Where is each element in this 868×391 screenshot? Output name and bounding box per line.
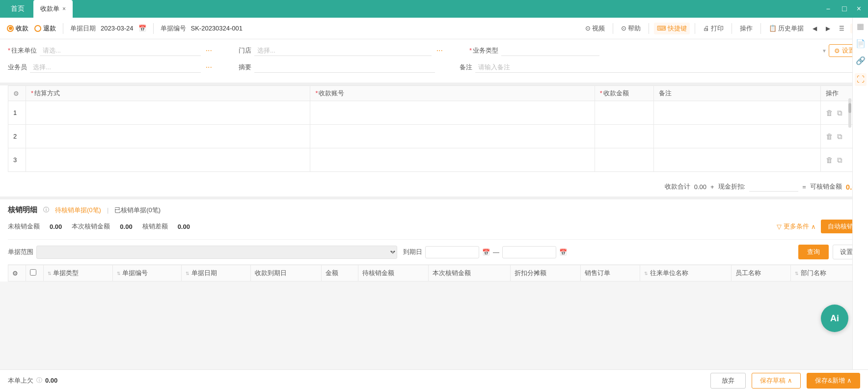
row3-remark[interactable] [653,148,820,172]
shop-more-btn[interactable]: ··· [434,46,445,55]
shortcut-btn[interactable]: ⌨ 快捷键 [654,23,690,34]
summary-input[interactable] [254,62,435,73]
ai-float-btn[interactable]: Ai [821,305,848,332]
row1-account[interactable] [310,101,595,125]
gear-icon: ⚙ [12,270,18,277]
receipt-table: ⚙ *结算方式 *收款账号 *收款金额 备注 操作 1 [8,85,860,172]
next-icon[interactable]: ▶ [823,24,833,33]
counterpart-more-btn[interactable]: ··· [204,46,214,55]
row2-copy-icon[interactable]: ⧉ [837,132,842,141]
radio-return[interactable]: 退款 [34,24,56,33]
date-separator: — [493,249,499,256]
date-icon-to[interactable]: 📅 [559,249,567,256]
help-btn[interactable]: ⊙ 帮助 [618,23,644,34]
row1-delete-icon[interactable]: 🗑 [826,109,833,117]
shop-label: 门店 [239,46,251,55]
due-date-to[interactable]: 2022-04-12 [502,246,556,258]
video-btn[interactable]: ⊙ 视频 [582,23,608,34]
sort-icon4: ⇅ [644,271,648,276]
bill-range-select[interactable] [36,246,397,259]
scroll-thumb[interactable] [848,103,851,113]
filter-actions: 查询 设置 [798,245,860,259]
biz-type-input[interactable]: 预收款 [501,45,599,56]
tab-close-icon[interactable]: × [62,5,66,12]
shop-input[interactable] [254,45,432,56]
save-new-arrow[interactable]: ∧ [847,377,852,384]
table-row: 3 🗑 ⧉ [8,148,860,172]
tab-receipt[interactable]: 收款单 × [33,0,73,18]
row1-amount[interactable] [595,101,653,125]
plus-sign: + [710,183,714,191]
maximize-btn[interactable]: □ [839,4,850,13]
row2-settle[interactable] [26,125,310,148]
diff-label: 核销差额 [142,222,168,231]
col-settle: *结算方式 [26,86,310,101]
btcol-bill-no: ⇅ 单据编号 [112,265,182,281]
row2-account[interactable] [310,125,595,148]
tab-home[interactable]: 首页 [4,0,31,18]
radio-receive[interactable]: 收款 [7,24,28,33]
row1-remark[interactable] [653,101,820,125]
this-bill-icon[interactable]: ⓘ [36,376,42,385]
table-gear-icon[interactable]: ⚙ [13,90,19,97]
scroll-indicator[interactable] [848,98,851,128]
save-draft-btn[interactable]: 保存草稿 ∧ [752,373,801,389]
list-icon[interactable]: ☰ [836,24,847,33]
row2-delete-icon[interactable]: 🗑 [826,132,833,140]
help-icon: ⊙ [621,25,626,32]
row3-settle[interactable] [26,148,310,172]
more-conditions-btn[interactable]: ▽ 更多条件 ∧ [777,222,816,231]
close-btn[interactable]: × [854,4,864,13]
footer-right: 放弃 保存草稿 ∧ 保存&新增 ∧ [710,373,860,389]
abandon-btn[interactable]: 放弃 [710,373,746,389]
reconcile-info-icon[interactable]: ⓘ [43,206,49,214]
remark-input[interactable] [475,62,860,73]
save-draft-arrow[interactable]: ∧ [787,377,792,384]
calendar-icon[interactable]: 📅 [138,25,146,32]
sidebar-expand-icon[interactable]: ⛶ [855,73,867,86]
btcol-due-date: 收款到期日 [251,265,322,281]
save-new-btn[interactable]: 保存&新增 ∧ [807,373,860,389]
staff-more-btn[interactable]: ··· [204,63,214,72]
tab-separator: | [107,206,108,214]
history-btn[interactable]: 📋 历史单据 [766,23,807,34]
done-tab[interactable]: 已核销单据(0笔) [114,206,161,215]
row3-amount[interactable] [595,148,653,172]
staff-input[interactable] [30,62,201,73]
pending-tab[interactable]: 待核销单据(0笔) [55,206,101,215]
biz-type-select-wrapper: 预收款 ▼ [501,45,829,56]
ops-btn[interactable]: 操作 [737,23,756,34]
btcol-discount: 折扣分摊额 [510,265,581,281]
counterpart-input[interactable] [40,45,201,56]
query-btn[interactable]: 查询 [798,245,829,259]
minimize-btn[interactable]: － [821,4,835,14]
sidebar-table-icon[interactable]: ▦ [857,22,864,31]
select-all-checkbox[interactable] [30,269,36,276]
btcol-bill-type: ⇅ 单据类型 [44,265,113,281]
discount-input[interactable] [749,182,798,192]
print-btn[interactable]: 🖨 打印 [700,23,727,34]
biz-type-field: *业务类型 预收款 ▼ [469,45,829,56]
table-gear-col: ⚙ [8,86,26,101]
row1-settle[interactable] [26,101,310,125]
row3-copy-icon[interactable]: ⧉ [837,156,842,165]
sidebar-link-icon[interactable]: 🔗 [856,56,866,65]
row2-amount[interactable] [595,125,653,148]
btcol-gear[interactable]: ⚙ [8,265,26,281]
row3-account[interactable] [310,148,595,172]
sidebar-doc-icon[interactable]: 📄 [856,39,866,48]
prev-icon[interactable]: ◀ [810,24,820,33]
form-row-1: *往来单位 ··· 门店 ··· *业务类型 预收款 ▼ ⚙ 设置 [8,44,860,57]
date-icon-from[interactable]: 📅 [482,249,490,256]
btcol-checkbox[interactable] [26,265,44,281]
btcol-staff: 员工名称 [732,265,791,281]
reconcile-stats: 未核销金额 0.00 本次核销金额 0.00 核销差额 0.00 ▽ 更多条件 … [8,220,860,233]
row3-delete-icon[interactable]: 🗑 [826,156,833,164]
row2-index: 2 [8,125,26,148]
bill-range-field: 单据范围 ▼ [8,246,395,259]
due-date-from[interactable]: 2022-04-01 [425,246,479,258]
row2-remark[interactable] [653,125,820,148]
select-arrow-icon: ▼ [390,250,395,255]
filter-row: 单据范围 ▼ 到期日 2022-04-01 📅 — 2022-04-12 📅 查… [8,239,860,265]
row1-copy-icon[interactable]: ⧉ [837,109,842,117]
